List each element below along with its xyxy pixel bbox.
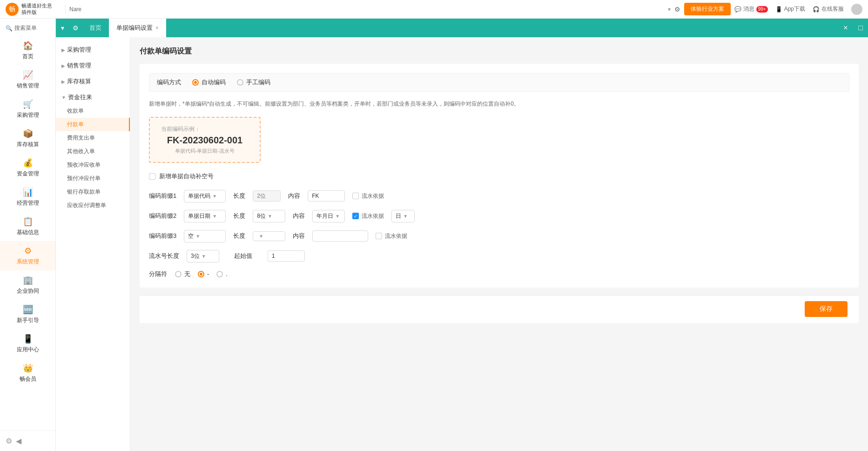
basic-icon: 📋	[23, 216, 33, 227]
sidebar-item-finance[interactable]: 💰 资金管理	[0, 153, 55, 182]
sub-menu-item-ar-ap-adjust[interactable]: 应收应付调整单	[56, 199, 130, 212]
tab-gear-btn[interactable]: ⚙	[69, 19, 82, 37]
app-download-btn[interactable]: 📱 App下载	[775, 5, 805, 13]
prefix1-row: 编码前缀1 单据代码 ▼ 长度 内容 流水依据	[149, 190, 849, 202]
autofill-checkbox[interactable]	[149, 173, 155, 180]
window-maximize-btn[interactable]: □	[853, 19, 868, 37]
sep-dot-circle	[216, 271, 223, 277]
sub-menu-item-payment[interactable]: 付款单	[56, 118, 130, 131]
separator-row: 分隔符 无 - .	[149, 270, 849, 278]
tab-expand-btn[interactable]: ▾	[56, 19, 69, 37]
online-service-btn[interactable]: 🎧 在线客服	[813, 5, 844, 13]
sidebar-item-system[interactable]: ⚙ 系统管理	[0, 241, 55, 270]
sub-menu-item-other-income[interactable]: 其他收入单	[56, 145, 130, 158]
sidebar-search[interactable]: 🔍 搜索菜单	[0, 20, 55, 36]
prefix3-flow-checkbox[interactable]: 流水依据	[376, 232, 407, 240]
sales-icon: 📈	[23, 70, 33, 80]
sidebar-item-member[interactable]: 👑 畅会员	[0, 358, 55, 388]
prefix3-length-select[interactable]: ▼	[253, 231, 285, 241]
sidebar: 🔍 搜索菜单 🏠 首页 📈 销售管理 🛒 采购管理 📦 库存核算 💰 资金管理 …	[0, 19, 56, 451]
avatar[interactable]	[851, 4, 862, 15]
sidebar-item-apps[interactable]: 📱 应用中心	[0, 329, 55, 358]
sep-dot-radio[interactable]: .	[216, 270, 228, 277]
sidebar-item-sales[interactable]: 📈 销售管理	[0, 65, 55, 94]
autofill-label: 新增单据自动补空号	[159, 172, 214, 181]
prefix2-flow-checkbox[interactable]: ✓ 流水依据	[352, 212, 384, 220]
trial-button[interactable]: 体验行业方案	[684, 3, 731, 15]
sub-menu-sales-title[interactable]: ▶ 销售管理	[56, 59, 130, 73]
prefix2-content-select[interactable]: 年月日 ▼	[312, 210, 345, 222]
flow-length-select[interactable]: 3位 ▼	[187, 250, 219, 263]
sidebar-item-enterprise[interactable]: 🏢 企业协同	[0, 270, 55, 300]
sidebar-item-basic[interactable]: 📋 基础信息	[0, 212, 55, 241]
expand-dropdown-icon[interactable]: ▾	[668, 6, 671, 13]
inventory-icon: 📦	[23, 128, 33, 139]
sidebar-item-operation[interactable]: 📊 经营管理	[0, 182, 55, 212]
sub-menu-item-prepay-payable[interactable]: 预付冲应付单	[56, 172, 130, 185]
page-content: 付款单编码设置 编码方式 自动编码 手工编码	[130, 37, 868, 451]
sidebar-item-label: 库存核算	[17, 141, 39, 148]
separator-label: 分隔符	[149, 270, 168, 278]
auto-encode-radio[interactable]: 自动编码	[192, 78, 226, 87]
sidebar-item-inventory[interactable]: 📦 库存核算	[0, 124, 55, 153]
prefix3-content-label: 内容	[293, 232, 305, 240]
prefix3-len-dropdown-icon: ▼	[259, 234, 263, 239]
prefix2-dropdown-icon: ▼	[212, 214, 217, 219]
prefix2-flow-unit-select[interactable]: 日 ▼	[391, 210, 415, 222]
sub-menu-item-bank-deposit[interactable]: 银行存取款单	[56, 185, 130, 199]
sidebar-item-purchase[interactable]: 🛒 采购管理	[0, 94, 55, 124]
sub-menu-group-purchase: ▶ 采购管理	[56, 43, 130, 57]
settings-icon[interactable]: ⚙	[674, 6, 680, 13]
prefix2-select[interactable]: 单据日期 ▼	[184, 210, 226, 222]
prefix1-content-label: 内容	[288, 192, 300, 200]
sidebar-settings-icon[interactable]: ⚙	[6, 437, 12, 445]
operation-icon: 📊	[23, 187, 33, 197]
sub-menu-capital-title[interactable]: ▼ 资金往来	[56, 90, 130, 104]
sub-menu-item-receipt[interactable]: 收款单	[56, 104, 130, 118]
prefix3-length-label: 长度	[233, 232, 245, 240]
prefix1-length-input[interactable]	[253, 190, 281, 202]
sep-dash-radio[interactable]: -	[198, 270, 209, 277]
sub-menu-item-expense[interactable]: 费用支出单	[56, 131, 130, 145]
apps-icon: 📱	[23, 334, 33, 344]
prefix2-length-select[interactable]: 8位 ▼	[253, 210, 285, 222]
prefix3-select[interactable]: 空 ▼	[184, 230, 226, 242]
prefix1-flow-checkbox[interactable]: 流水依据	[352, 192, 384, 200]
sidebar-collapse-icon[interactable]: ◀	[16, 437, 21, 445]
save-button[interactable]: 保存	[805, 301, 848, 317]
sidebar-item-guide[interactable]: 🆕 新手引导	[0, 300, 55, 329]
finance-icon: 💰	[23, 158, 33, 168]
arrow-right-icon3: ▶	[61, 79, 65, 84]
sub-menu-inventory-title[interactable]: ▶ 库存核算	[56, 74, 130, 88]
content-area: ▶ 采购管理 ▶ 销售管理 ▶ 库存核算	[56, 37, 868, 451]
tab-active[interactable]: 单据编码设置 ×	[109, 19, 166, 37]
sub-menu-group-capital: ▼ 资金往来 收款单 付款单 费用支出单 其他收入单 预收冲应收单 预付冲应付单…	[56, 90, 130, 212]
sep-none-radio[interactable]: 无	[175, 270, 190, 278]
encode-mode-row: 编码方式 自动编码 手工编码	[149, 73, 849, 92]
window-minimize-btn[interactable]: ×	[838, 19, 853, 37]
start-value-label: 起始值	[234, 252, 260, 260]
prefix1-label: 编码前缀1	[149, 192, 176, 200]
start-value-input[interactable]	[268, 250, 305, 262]
sub-menu-purchase-title[interactable]: ▶ 采购管理	[56, 43, 130, 57]
prefix3-content-input[interactable]	[312, 230, 368, 242]
manual-encode-radio[interactable]: 手工编码	[237, 78, 270, 87]
sub-menu-item-prepay-receivable[interactable]: 预收冲应收单	[56, 158, 130, 172]
flow-length-label: 流水号长度	[149, 252, 179, 260]
info-text: 新增单据时，*单据编码*自动生成，不可编辑。前缀设置为部门、业务员等档案类，开单…	[149, 99, 849, 109]
arrow-right-icon2: ▶	[61, 63, 65, 68]
autofill-row: 新增单据自动补空号	[149, 172, 849, 181]
tab-home[interactable]: 首页	[82, 19, 109, 37]
logo-icon: 畅	[6, 3, 19, 16]
message-btn[interactable]: 💬 消息 99+	[734, 5, 768, 13]
prefix2-row: 编码前缀2 单据日期 ▼ 长度 8位 ▼ 内容 年月日	[149, 210, 849, 222]
prefix1-content-input[interactable]	[308, 190, 345, 202]
prefix1-select[interactable]: 单据代码 ▼	[184, 190, 226, 202]
tab-close-icon[interactable]: ×	[155, 25, 159, 31]
sidebar-item-label: 系统管理	[17, 258, 39, 266]
search-icon: 🔍	[6, 25, 13, 32]
message-badge: 99+	[756, 6, 768, 13]
sub-menu-group-sales: ▶ 销售管理	[56, 59, 130, 73]
sidebar-item-home[interactable]: 🏠 首页	[0, 36, 55, 65]
sub-menu-group-inventory: ▶ 库存核算	[56, 74, 130, 88]
